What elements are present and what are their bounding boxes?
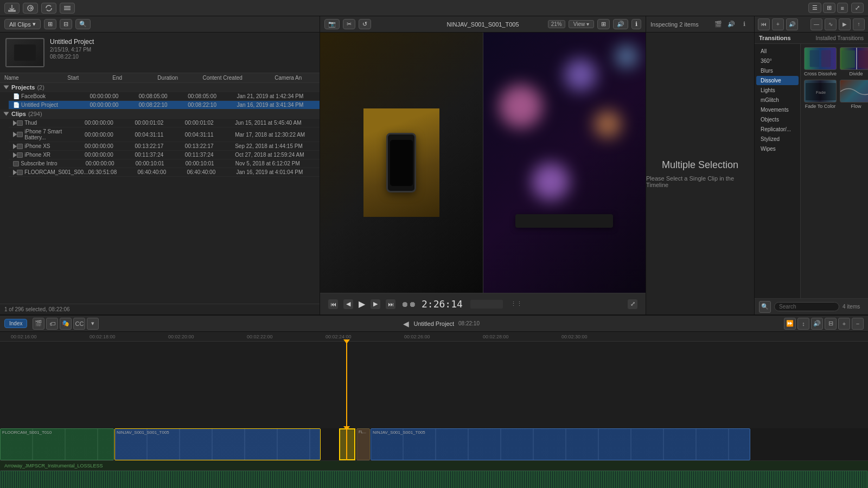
iphonexr-created: Oct 27, 2018 at 12:59:24 AM — [235, 152, 315, 158]
list-view-btn[interactable]: ☰ — [808, 3, 821, 13]
preview-zoom-label[interactable]: 21% — [548, 20, 565, 28]
iphonexs-expand-icon[interactable] — [13, 144, 17, 149]
next-frame-btn[interactable]: ▶ — [371, 299, 380, 309]
thud-start: 00:00:00:00 — [85, 120, 135, 126]
ninjav-clip-segment-2[interactable]: NINJAV_S001_S001_T005 — [371, 428, 750, 460]
thud-clip-row[interactable]: Thud 00:00:00:00 00:00:01:02 00:00:01:02… — [9, 119, 320, 127]
projects-expand-icon[interactable] — [4, 86, 9, 89]
trans-flow[interactable]: Flow — [840, 80, 868, 109]
trans-add-btn[interactable]: + — [772, 18, 784, 30]
preview-icons-btn[interactable]: ⊞ — [597, 19, 610, 29]
subscribe-clip-row[interactable]: Subscribe Intro 00:00:00:00 00:00:10:01 … — [9, 159, 320, 168]
library-filter-btn[interactable]: ⊟ — [60, 19, 72, 29]
trans-share-btn[interactable]: ↑ — [853, 18, 865, 30]
trans-prev-btn[interactable]: ⏮ — [758, 18, 770, 30]
col-camera-header: Camera An — [275, 75, 315, 81]
clips-group-row[interactable]: Clips (294) — [0, 110, 320, 119]
library-search-btn[interactable]: 🔍 — [75, 19, 91, 29]
prev-frame-btn[interactable]: ◀ — [343, 299, 353, 309]
trans-divide[interactable]: Divide — [840, 47, 868, 76]
flow-label: Flow — [851, 104, 861, 109]
iphonexr-expand-icon[interactable] — [13, 152, 17, 158]
trans-cat-wipes[interactable]: Wipes — [756, 144, 799, 153]
iphone7-expand-icon[interactable] — [13, 132, 17, 137]
fullscreen-preview-btn[interactable]: ⤢ — [628, 299, 637, 309]
tl-clip-btn[interactable]: 🎬 — [33, 318, 44, 330]
cross-dissolve-thumb — [804, 47, 837, 70]
preview-info-btn[interactable]: ℹ — [631, 19, 641, 29]
svg-rect-9 — [841, 50, 855, 68]
view-button[interactable]: View ▾ — [569, 20, 594, 28]
inspector-audio-icon[interactable]: 🔊 — [726, 19, 737, 30]
trans-cross-dissolve[interactable]: Cross Dissolve — [804, 47, 837, 76]
tl-nav-left-btn[interactable]: ◀ — [403, 319, 409, 328]
tl-effects-btn[interactable]: ⊟ — [825, 318, 837, 330]
trans-right-btn[interactable]: ▶ — [839, 18, 851, 30]
iphone7-clip-row[interactable]: iPhone 7 Smart Battery... 00:00:00:00 00… — [9, 127, 320, 142]
tl-select-btn[interactable]: ↕ — [797, 318, 809, 330]
preview-edit-btn[interactable]: ✂ — [343, 19, 355, 29]
tl-captions-btn[interactable]: CC — [73, 318, 85, 330]
trans-audio-btn[interactable]: 🔊 — [786, 18, 798, 30]
trans-cat-mglitch[interactable]: mGlitch — [756, 95, 799, 105]
phone-device — [386, 133, 416, 192]
all-clips-btn[interactable]: All Clips ▾ — [4, 19, 41, 29]
tl-filter-btn[interactable]: ▾ — [87, 318, 99, 330]
floorcam-expand-icon[interactable] — [13, 170, 17, 175]
fl-short-clip[interactable]: FL... — [356, 428, 370, 460]
grid-view-btn[interactable]: ⊞ — [823, 3, 835, 13]
clips-expand-icon[interactable] — [4, 112, 9, 116]
trans-cat-blurs[interactable]: Blurs — [756, 66, 799, 75]
inspector-info-icon[interactable]: ℹ — [739, 19, 750, 30]
tl-role-btn[interactable]: 🎭 — [60, 318, 72, 330]
floorcam-clip-row[interactable]: FLOORCAM_S001_S00... 06:30:51:08 06:40:4… — [9, 168, 320, 177]
tl-tag-btn[interactable]: 🏷 — [46, 318, 58, 330]
video-track: FLOORCAM_S001_T010 NINJAV_S001_S001_T005… — [0, 428, 868, 461]
audio-main-segment[interactable] — [0, 471, 868, 488]
trans-vol-btn[interactable]: — — [810, 18, 822, 30]
tl-tool-btns: 🎬 🏷 🎭 CC ▾ — [33, 318, 99, 330]
trans-cat-objects[interactable]: Objects — [756, 115, 799, 124]
preview-arrow-btn[interactable]: ↺ — [359, 19, 371, 29]
tl-zoom-in-btn[interactable]: + — [838, 318, 850, 330]
untitled-end: 00:08:22:10 — [139, 102, 188, 108]
library-view-btn[interactable]: ⊞ — [44, 19, 56, 29]
trans-cat-movements[interactable]: Movements — [756, 105, 799, 114]
trans-search-btn[interactable]: 🔍 — [759, 301, 771, 313]
detail-view-btn[interactable]: ≡ — [837, 3, 848, 13]
tl-audio-btn[interactable]: 🔊 — [811, 318, 823, 330]
tl-zoom-out-btn[interactable]: − — [852, 318, 864, 330]
preview-audio-btn[interactable]: 🔊 — [613, 19, 628, 29]
play-button[interactable]: ▶ — [359, 299, 365, 309]
facebook-project-row[interactable]: 📄 FaceBook 00:00:00:00 00:08:05:00 00:08… — [9, 92, 320, 101]
iphonexr-clip-row[interactable]: iPhone XR 00:00:00:00 00:11:37:24 00:11:… — [9, 151, 320, 159]
sync-button[interactable] — [41, 3, 56, 14]
trans-cat-dissolve[interactable]: Dissolve — [756, 76, 799, 85]
more-button[interactable] — [60, 3, 75, 14]
iphonexs-clip-row[interactable]: iPhone XS 00:00:00:00 00:13:22:17 00:13:… — [9, 142, 320, 151]
inspector-video-icon[interactable]: 🎬 — [713, 19, 724, 30]
tl-speed-btn[interactable]: ⏩ — [784, 318, 796, 330]
floorcam-clip-segment[interactable]: FLOORCAM_S001_T010 — [0, 428, 114, 460]
trans-cat-all[interactable]: All — [756, 47, 799, 56]
fullscreen-btn[interactable]: ⤢ — [851, 3, 864, 13]
untitled-project-row[interactable]: 📄 Untitled Project 00:00:00:00 00:08:22:… — [9, 101, 320, 110]
clip-start-btn[interactable]: ⏮ — [328, 299, 338, 309]
trans-search-input[interactable] — [774, 302, 839, 311]
trans-cat-360[interactable]: 360° — [756, 56, 799, 66]
import-button[interactable] — [4, 3, 20, 14]
col-name-header[interactable]: Name — [4, 75, 67, 81]
svg-rect-1 — [64, 6, 71, 7]
trans-cat-stylized[interactable]: Stylized — [756, 134, 799, 144]
share-button[interactable] — [23, 3, 38, 14]
projects-group-row[interactable]: Projects (2) — [0, 83, 320, 92]
preview-cam-btn[interactable]: 📷 — [324, 19, 340, 29]
thud-expand-icon[interactable] — [13, 120, 17, 126]
trans-fade-to-color[interactable]: Fade Fade To Color — [804, 80, 837, 109]
trans-wave-btn[interactable]: ∿ — [825, 18, 837, 30]
index-tab[interactable]: Index — [4, 319, 27, 328]
trans-cat-lights[interactable]: Lights — [756, 86, 799, 95]
trans-cat-replicator[interactable]: Replicator/... — [756, 125, 799, 134]
clip-end-btn[interactable]: ⏭ — [386, 299, 395, 309]
ninjav-clip-segment-1[interactable]: NINJAV_S001_S001_T005 — [114, 428, 321, 460]
